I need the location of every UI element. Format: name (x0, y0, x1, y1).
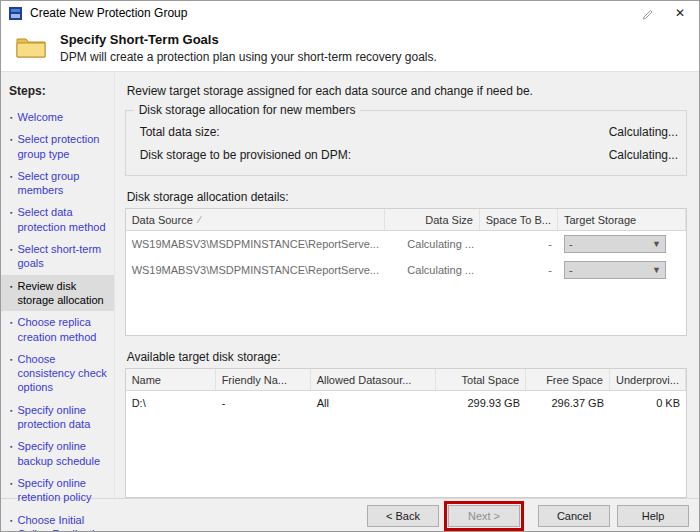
space-cell: - (480, 238, 558, 250)
sidebar-step-select-short-term-goals[interactable]: ▪ Select short-term goals (1, 238, 114, 275)
sidebar-step-review-disk-storage-allocation[interactable]: ▪ Review disk storage allocation (1, 275, 114, 312)
total-data-size-value: Calculating... (609, 125, 678, 139)
create-protection-group-dialog: Create New Protection Group ✕ Specify Sh… (0, 0, 700, 532)
close-icon[interactable]: ✕ (669, 3, 691, 23)
page-subtitle: DPM will create a protection plan using … (60, 50, 437, 64)
sidebar-step-choose-replica-creation-method[interactable]: ▪ Choose replica creation method (1, 311, 114, 348)
sidebar-step-specify-online-backup-schedule[interactable]: ▪ Specify online backup schedule (1, 435, 114, 472)
wizard-header: Specify Short-Term Goals DPM will create… (1, 25, 699, 72)
chevron-down-icon: ▼ (652, 239, 661, 249)
available-table-header: Name Friendly Na... Allowed Datasour... … (126, 369, 686, 391)
column-header-free-space[interactable]: Free Space (526, 369, 610, 390)
sort-ascending-icon: ∕ (199, 214, 201, 225)
back-button[interactable]: < Back (367, 505, 439, 527)
target-storage-dropdown[interactable]: - ▼ (564, 261, 666, 279)
column-header-name[interactable]: Name (126, 369, 216, 390)
step-bullet-icon: ▪ (10, 406, 12, 415)
titlebar: Create New Protection Group ✕ (1, 1, 699, 25)
column-header-underprovisioned[interactable]: Underprovi... (610, 369, 686, 390)
step-bullet-icon: ▪ (10, 208, 12, 217)
data-source-cell: WS19MABSV3\MSDPMINSTANCE\ReportServe... (126, 264, 385, 276)
help-button[interactable]: Help (617, 505, 689, 527)
column-header-data-source[interactable]: Data Source ∕ (126, 209, 385, 230)
page-title: Specify Short-Term Goals (60, 32, 437, 47)
sidebar-step-select-protection-group-type[interactable]: ▪ Select protection group type (1, 128, 114, 165)
space-cell: - (480, 264, 558, 276)
sidebar-step-specify-online-protection-data[interactable]: ▪ Specify online protection data (1, 399, 114, 436)
column-header-total-space[interactable]: Total Space (436, 369, 526, 390)
table-row[interactable]: WS19MABSV3\MSDPMINSTANCE\ReportServe... … (126, 231, 686, 257)
underprovisioned-cell: 0 KB (610, 397, 686, 409)
total-data-size-label: Total data size: (140, 125, 220, 139)
step-bullet-icon: ▪ (10, 135, 12, 144)
allowed-datasources-cell: All (311, 397, 436, 409)
sidebar-step-select-group-members[interactable]: ▪ Select group members (1, 165, 114, 202)
step-bullet-icon: ▪ (10, 172, 12, 181)
sidebar-step-choose-initial-online-replication[interactable]: ▪ Choose Initial Online Replication (1, 509, 114, 532)
sidebar-step-choose-consistency-check-options[interactable]: ▪ Choose consistency check options (1, 348, 114, 399)
app-icon (8, 6, 23, 21)
chevron-down-icon: ▼ (652, 265, 661, 275)
main-content: Review target storage assigned for each … (115, 72, 699, 498)
friendly-name-cell: - (216, 397, 311, 409)
sidebar-step-welcome[interactable]: ▪ Welcome (1, 106, 114, 128)
next-button[interactable]: Next > (448, 505, 520, 527)
step-bullet-icon: ▪ (10, 355, 12, 364)
folder-icon (16, 34, 46, 63)
step-bullet-icon: ▪ (10, 318, 12, 327)
volume-name-cell: D:\ (126, 397, 216, 409)
allocation-groupbox-title: Disk storage allocation for new members (134, 103, 361, 117)
free-space-cell: 296.37 GB (526, 397, 610, 409)
disk-allocation-details-table: Data Source ∕ Data Size Space To B... Ta… (125, 208, 687, 336)
column-header-allowed-datasources[interactable]: Allowed Datasour... (311, 369, 436, 390)
data-size-cell: Calculating ... (385, 264, 480, 276)
column-header-space-to-be[interactable]: Space To B... (480, 209, 558, 230)
provisioned-storage-label: Disk storage to be provisioned on DPM: (140, 148, 351, 162)
sidebar-step-specify-online-retention-policy[interactable]: ▪ Specify online retention policy (1, 472, 114, 509)
provisioned-storage-value: Calculating... (609, 148, 678, 162)
steps-heading: Steps: (9, 84, 114, 98)
sidebar-step-select-data-protection-method[interactable]: ▪ Select data protection method (1, 201, 114, 238)
feedback-pen-icon[interactable] (637, 3, 659, 23)
details-table-label: Disk storage allocation details: (127, 190, 687, 204)
details-table-header: Data Source ∕ Data Size Space To B... Ta… (126, 209, 686, 231)
available-storage-table: Name Friendly Na... Allowed Datasour... … (125, 368, 687, 498)
provisioned-storage-row: Disk storage to be provisioned on DPM: C… (140, 148, 678, 162)
data-source-cell: WS19MABSV3\MSDPMINSTANCE\ReportServe... (126, 238, 385, 250)
step-bullet-icon: ▪ (10, 113, 12, 122)
target-storage-dropdown[interactable]: - ▼ (564, 235, 666, 253)
table-row[interactable]: WS19MABSV3\MSDPMINSTANCE\ReportServe... … (126, 257, 686, 283)
step-bullet-icon: ▪ (10, 282, 12, 291)
step-bullet-icon: ▪ (10, 245, 12, 254)
step-bullet-icon: ▪ (10, 516, 12, 525)
click-target-annotation: Next > (444, 501, 524, 531)
step-bullet-icon: ▪ (10, 442, 12, 451)
window-title: Create New Protection Group (30, 6, 637, 20)
total-data-size-row: Total data size: Calculating... (140, 125, 678, 139)
instruction-text: Review target storage assigned for each … (127, 84, 687, 98)
column-header-friendly-name[interactable]: Friendly Na... (216, 369, 311, 390)
allocation-groupbox: Disk storage allocation for new members … (125, 110, 687, 176)
step-bullet-icon: ▪ (10, 479, 12, 488)
column-header-data-size[interactable]: Data Size (385, 209, 480, 230)
table-row[interactable]: D:\ - All 299.93 GB 296.37 GB 0 KB (126, 391, 686, 415)
column-header-target-storage[interactable]: Target Storage (558, 209, 686, 230)
available-storage-label: Available target disk storage: (127, 350, 687, 364)
data-size-cell: Calculating ... (385, 238, 480, 250)
cancel-button[interactable]: Cancel (538, 505, 610, 527)
steps-sidebar: Steps: ▪ Welcome ▪ Select protection gro… (1, 72, 115, 498)
total-space-cell: 299.93 GB (436, 397, 526, 409)
